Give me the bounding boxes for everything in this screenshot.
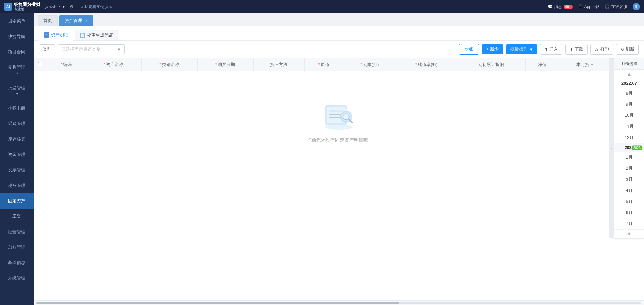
category-filter-label[interactable]: 类别	[39, 44, 55, 54]
company-selector[interactable]: 演示企业 ▼	[44, 4, 66, 10]
sidebar-item-system[interactable]: 系统管理	[0, 270, 34, 286]
month-item-2023-03[interactable]: 3月	[614, 174, 644, 185]
empty-illustration	[319, 98, 359, 132]
sidebar-item-invoice[interactable]: 发票管理	[0, 162, 34, 178]
month-picker-up-btn[interactable]: ▲	[614, 70, 644, 79]
sidebar-item-management[interactable]: 经营管理	[0, 224, 34, 240]
sidebar-item-salary[interactable]: 工资	[0, 209, 34, 224]
sidebar-item-finance[interactable]: 资金管理	[0, 147, 34, 162]
tab-asset-management[interactable]: 资产管理 ×	[59, 15, 93, 26]
sub-tab-bar: ≡ 资产明细 📄 变更生成凭证	[34, 26, 644, 41]
headset-icon: 🎧	[605, 4, 610, 9]
inner-content: ≡ 资产明细 📄 变更生成凭证 类别 请选择固定资产类别 ▼ 对账	[34, 26, 644, 305]
th-checkbox	[34, 58, 47, 71]
chevron-down-icon: ▼	[627, 231, 632, 237]
online-service-btn[interactable]: 🎧 在线客服	[605, 4, 627, 10]
th-name: *资产名称	[86, 58, 142, 71]
logo-text: 畅捷通好业财 专业版	[14, 2, 40, 11]
batch-button[interactable]: 批量操作 ▼	[506, 44, 537, 54]
table-container: *编码 *资产名称 *类别名称 *购买日期 折旧方法 *原值 *期限(月) *残…	[34, 58, 644, 300]
download-icon: ⬇	[570, 47, 573, 52]
sub-tab-asset-detail[interactable]: ≡ 资产明细	[39, 30, 73, 41]
sidebar-item-purchase[interactable]: 采购管理	[0, 116, 34, 132]
duizhang-button[interactable]: 对账	[459, 44, 479, 55]
table-section: *编码 *资产名称 *类别名称 *购买日期 折旧方法 *原值 *期限(月) *残…	[34, 58, 644, 300]
month-picker-collapse-btn[interactable]: ›	[609, 58, 614, 238]
chevron-down-icon: ▼	[62, 4, 66, 9]
empty-state: 当前您还没有固定资产明细哦~	[34, 71, 644, 170]
assets-table: *编码 *资产名称 *类别名称 *购买日期 折旧方法 *原值 *期限(月) *残…	[34, 58, 644, 170]
refresh-button[interactable]: ↻ 刷新	[616, 44, 639, 55]
content-area: 首页 资产管理 × ≡ 资产明细 📄 变更生成凭证	[34, 13, 644, 305]
month-picker-header: 月份选择	[614, 58, 644, 70]
top-bar-right: 💬 消息 99+ 📱 App下载 🎧 在线客服 用	[548, 3, 640, 10]
month-item-2023-01[interactable]: 1月	[614, 152, 644, 163]
settings-icon[interactable]: ⚙	[70, 4, 74, 9]
app-logo: Ai 畅捷通好业财 专业版	[4, 2, 40, 11]
month-item-2022-11[interactable]: 11月	[614, 121, 644, 132]
scrollbar-thumb[interactable]	[36, 302, 399, 304]
month-item-2022-12[interactable]: 12月	[614, 132, 644, 143]
main-layout: 搜索菜单 快捷导航 项目合同 零售管理 ▾ 批发管理 ▾ 小畅电商 采购管理 库…	[0, 13, 644, 305]
print-button[interactable]: 🖨 打印	[590, 44, 613, 55]
chevron-down-icon: ▾	[16, 71, 18, 75]
sidebar-item-inventory[interactable]: 库存核算	[0, 132, 34, 147]
sidebar-item-tax[interactable]: 税务管理	[0, 178, 34, 193]
svg-point-8	[343, 114, 349, 120]
user-avatar[interactable]: 用	[633, 3, 640, 10]
sidebar: 搜索菜单 快捷导航 项目合同 零售管理 ▾ 批发管理 ▾ 小畅电商 采购管理 库…	[0, 13, 34, 305]
sidebar-item-retail[interactable]: 零售管理 ▾	[0, 60, 34, 80]
app-download-btn[interactable]: 📱 App下载	[578, 4, 599, 10]
chevron-down-icon: ▾	[16, 92, 18, 96]
toolbar: 类别 请选择固定资产类别 ▼ 对账 + 新增 批量操作 ▼ ⬆ 导入	[34, 41, 644, 58]
tab-home[interactable]: 首页	[38, 15, 58, 26]
chevron-up-icon: ▲	[627, 71, 632, 77]
add-button[interactable]: + 新增	[482, 44, 503, 54]
th-monthly-dep: 本月折旧	[559, 58, 610, 71]
month-item-2022-10[interactable]: 10月	[614, 110, 644, 121]
import-button[interactable]: ⬆ 导入	[540, 44, 562, 55]
download-button[interactable]: ⬇ 下载	[565, 44, 588, 55]
th-original-value: *原值	[305, 58, 343, 71]
sidebar-item-fixed-assets[interactable]: 固定资产	[0, 193, 34, 209]
th-depreciation-method: 折旧方法	[253, 58, 305, 71]
sidebar-item-basic-info[interactable]: 基础信息	[0, 255, 34, 270]
sidebar-item-search[interactable]: 搜索菜单	[0, 13, 34, 29]
th-code: *编码	[47, 58, 86, 71]
sidebar-item-project[interactable]: 项目合同	[0, 44, 34, 60]
sub-tab-change-voucher[interactable]: 📄 变更生成凭证	[75, 30, 118, 40]
logo-icon: Ai	[4, 3, 12, 11]
month-item-2023-06[interactable]: 6月	[614, 207, 644, 218]
message-btn[interactable]: 💬 消息 99+	[548, 4, 573, 10]
tab-close-icon[interactable]: ×	[86, 19, 88, 23]
import-icon: ⬆	[544, 47, 548, 52]
th-residual-rate: *残值率(%)	[396, 58, 457, 71]
month-picker-panel: › 月份选择 ▲ 2022.07 8月 9月 10月 11月 12月	[614, 58, 644, 239]
chevron-right-icon: ›	[611, 147, 612, 150]
month-item-2023-07[interactable]: 7月	[614, 218, 644, 230]
sidebar-item-ledger[interactable]: 总账管理	[0, 240, 34, 255]
year-2023-label: 2023 2023	[614, 143, 644, 152]
avatar: 用	[633, 3, 640, 10]
month-item-2023-05[interactable]: 5月	[614, 196, 644, 207]
empty-row: 当前您还没有固定资产明细哦~	[34, 71, 644, 170]
sidebar-item-wholesale[interactable]: 批发管理 ▾	[0, 80, 34, 101]
table-header-row: *编码 *资产名称 *类别名称 *购买日期 折旧方法 *原值 *期限(月) *残…	[34, 58, 644, 71]
th-net-value: 净值	[525, 58, 559, 71]
sidebar-item-ecommerce[interactable]: 小畅电商	[0, 101, 34, 116]
month-picker-down-btn[interactable]: ▼	[614, 230, 644, 238]
sidebar-item-quick-nav[interactable]: 快捷导航	[0, 29, 34, 44]
demo-link[interactable]: ○ 我要看实例演示	[80, 4, 112, 10]
chevron-down-icon: ▼	[529, 47, 533, 52]
table-body: 当前您还没有固定资产明细哦~	[34, 71, 644, 170]
month-item-2023-04[interactable]: 4月	[614, 185, 644, 196]
select-all-checkbox[interactable]	[38, 62, 42, 66]
month-item-2023-02[interactable]: 2月	[614, 163, 644, 174]
scrollbar-track[interactable]	[36, 302, 641, 304]
refresh-icon: ↻	[621, 47, 624, 52]
year-2022-label: 2022.07	[614, 79, 644, 88]
top-bar: Ai 畅捷通好业财 专业版 演示企业 ▼ ⚙ ○ 我要看实例演示 💬 消息 99…	[0, 0, 644, 13]
month-item-2022-08[interactable]: 8月	[614, 88, 644, 99]
month-item-2022-09[interactable]: 9月	[614, 99, 644, 110]
category-filter-select[interactable]: 请选择固定资产类别 ▼	[58, 44, 125, 54]
